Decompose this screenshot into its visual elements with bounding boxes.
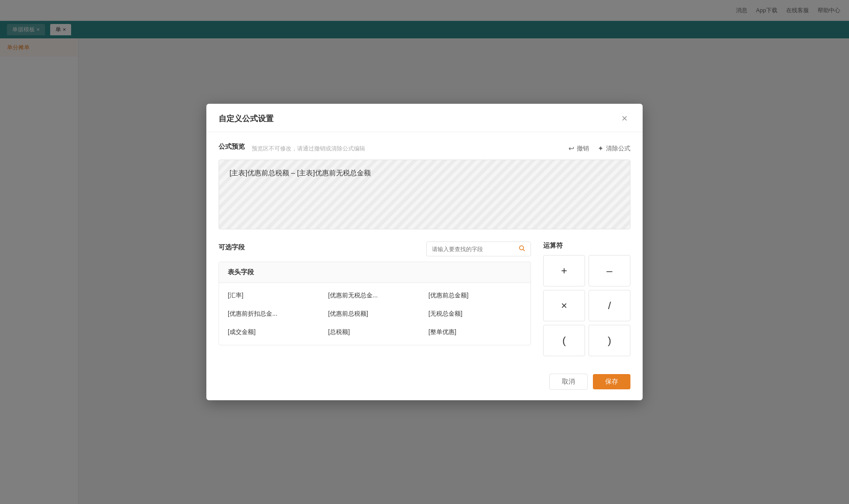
field-item[interactable]: [优惠前总金额] — [425, 286, 525, 305]
dialog-body: 公式预览 预览区不可修改，请通过撤销或清除公式编辑 ↩ 撤销 ✦ 清除公式 [主… — [206, 132, 643, 367]
save-button[interactable]: 保存 — [593, 374, 630, 389]
dialog-footer: 取消 保存 — [206, 367, 643, 400]
close-button[interactable]: ✕ — [618, 112, 630, 125]
dialog-header: 自定义公式设置 ✕ — [206, 104, 643, 132]
svg-line-1 — [523, 249, 525, 251]
field-item[interactable]: [汇率] — [224, 286, 325, 305]
fields-left: 可选字段 表头字段 — [219, 242, 531, 345]
operator-button[interactable]: – — [589, 255, 630, 286]
modal-overlay: 自定义公式设置 ✕ 公式预览 预览区不可修改，请通过撤销或清除公式编辑 ↩ 撤销… — [0, 0, 849, 504]
dialog-title: 自定义公式设置 — [219, 113, 274, 124]
operator-button[interactable]: ( — [543, 325, 585, 356]
operators-grid: +–×/() — [543, 255, 630, 356]
field-item[interactable]: [整单优惠] — [425, 323, 525, 341]
fields-table-header: 表头字段 — [219, 262, 531, 283]
cancel-button[interactable]: 取消 — [549, 374, 588, 390]
operator-button[interactable]: / — [589, 290, 630, 321]
undo-label: 撤销 — [577, 145, 589, 153]
fields-section-label: 可选字段 — [219, 243, 245, 252]
operator-button[interactable]: + — [543, 255, 585, 286]
clear-label: 清除公式 — [606, 145, 630, 153]
operator-button[interactable]: × — [543, 290, 585, 321]
fields-header: 可选字段 — [219, 242, 531, 256]
formula-text: [主表]优惠前总税额 – [主表]优惠前无税总金额 — [229, 169, 371, 177]
undo-icon: ↩ — [568, 144, 574, 153]
formula-actions: ↩ 撤销 ✦ 清除公式 — [568, 144, 630, 153]
operators-section: 运算符 +–×/() — [543, 242, 630, 356]
formula-header: 公式预览 预览区不可修改，请通过撤销或清除公式编辑 ↩ 撤销 ✦ 清除公式 — [219, 143, 630, 154]
operator-button[interactable]: ) — [589, 325, 630, 356]
formula-header-left: 公式预览 预览区不可修改，请通过撤销或清除公式编辑 — [219, 143, 365, 154]
formula-hint: 预览区不可修改，请通过撤销或清除公式编辑 — [252, 145, 365, 153]
fields-grid: [汇率][优惠前无税总金...[优惠前总金额][优惠前折扣总金...[优惠前总税… — [219, 283, 531, 345]
svg-point-0 — [520, 246, 524, 250]
search-box[interactable] — [426, 242, 531, 256]
formula-dialog: 自定义公式设置 ✕ 公式预览 预览区不可修改，请通过撤销或清除公式编辑 ↩ 撤销… — [206, 104, 643, 400]
clear-icon: ✦ — [598, 144, 603, 153]
field-item[interactable]: [成交金额] — [224, 323, 325, 341]
search-icon — [518, 245, 525, 253]
fields-section: 可选字段 表头字段 — [219, 242, 630, 356]
clear-formula-button[interactable]: ✦ 清除公式 — [598, 144, 630, 153]
field-item[interactable]: [无税总金额] — [425, 305, 525, 323]
formula-section-label: 公式预览 — [219, 143, 245, 151]
field-item[interactable]: [优惠前折扣总金... — [224, 305, 325, 323]
field-item[interactable]: [优惠前总税额] — [325, 305, 425, 323]
operators-title: 运算符 — [543, 242, 630, 250]
fields-table: 表头字段 [汇率][优惠前无税总金...[优惠前总金额][优惠前折扣总金...[… — [219, 262, 531, 345]
field-item[interactable]: [优惠前无税总金... — [325, 286, 425, 305]
search-input[interactable] — [432, 246, 515, 252]
field-item[interactable]: [总税额] — [325, 323, 425, 341]
formula-preview-area: [主表]优惠前总税额 – [主表]优惠前无税总金额 — [219, 160, 630, 229]
undo-button[interactable]: ↩ 撤销 — [568, 144, 589, 153]
